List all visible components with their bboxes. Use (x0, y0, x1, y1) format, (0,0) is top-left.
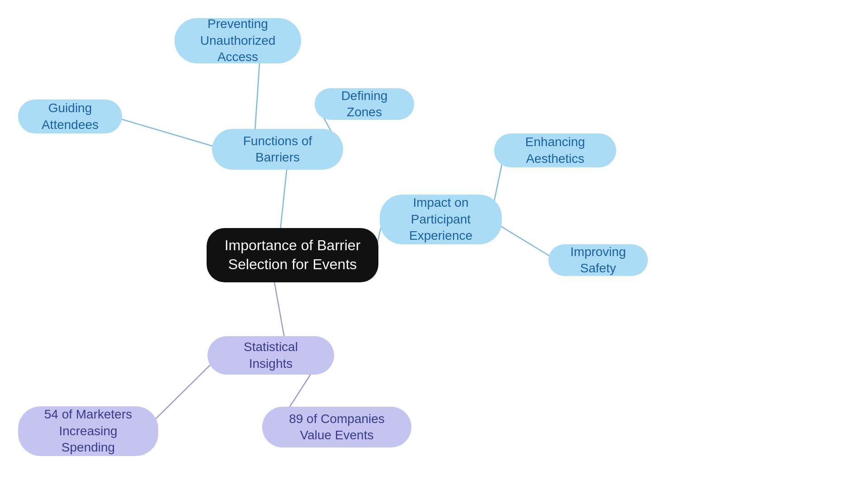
svg-line-6 (500, 226, 550, 256)
safety-label: Improving Safety (562, 244, 634, 277)
guiding-label: Guiding Attendees (32, 100, 108, 133)
preventing-label: Preventing Unauthorized Access (188, 16, 288, 65)
svg-line-9 (286, 370, 314, 412)
improving-safety-node: Improving Safety (548, 244, 648, 276)
svg-line-1 (255, 62, 259, 130)
marketers-node: 54 of Marketers Increasing Spending (18, 406, 158, 456)
central-node: Importance of Barrier Selection for Even… (207, 228, 378, 282)
aesthetics-label: Enhancing Aesthetics (508, 134, 603, 167)
svg-line-5 (493, 159, 503, 207)
svg-line-0 (280, 170, 287, 228)
impact-participant-node: Impact on Participant Experience (380, 195, 502, 244)
svg-line-2 (122, 119, 213, 146)
enhancing-aesthetics-node: Enhancing Aesthetics (494, 133, 616, 167)
preventing-unauthorized-node: Preventing Unauthorized Access (175, 18, 301, 63)
statistical-label: Statistical Insights (221, 339, 321, 372)
marketers-label: 54 of Marketers Increasing Spending (32, 406, 145, 456)
defining-label: Defining Zones (328, 88, 401, 121)
mind-map-canvas: Importance of Barrier Selection for Even… (0, 0, 868, 490)
companies-node: 89 of Companies Value Events (262, 407, 411, 447)
functions-of-barriers-node: Functions of Barriers (212, 129, 343, 170)
svg-line-8 (153, 363, 212, 422)
functions-label: Functions of Barriers (226, 133, 330, 166)
svg-line-7 (274, 282, 284, 337)
central-label: Importance of Barrier Selection for Even… (220, 236, 365, 274)
defining-zones-node: Defining Zones (315, 88, 414, 120)
statistical-insights-node: Statistical Insights (208, 336, 334, 375)
guiding-attendees-node: Guiding Attendees (18, 100, 122, 133)
companies-label: 89 of Companies Value Events (276, 411, 398, 444)
impact-label: Impact on Participant Experience (393, 195, 488, 244)
